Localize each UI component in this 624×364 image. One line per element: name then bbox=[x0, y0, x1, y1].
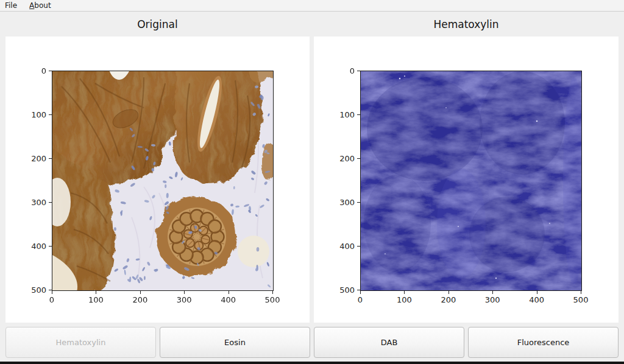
original-plot-panel: 01002003004005000100200300400500 bbox=[5, 37, 310, 323]
dab-button[interactable]: DAB bbox=[314, 327, 464, 358]
x-tick-mark bbox=[184, 291, 185, 294]
y-tick-mark bbox=[49, 202, 52, 203]
x-tick-mark bbox=[52, 291, 52, 294]
x-tick-label: 100 bbox=[397, 295, 412, 304]
x-tick-label: 200 bbox=[132, 295, 147, 304]
original-panel-title: Original bbox=[5, 18, 310, 33]
x-tick-label: 0 bbox=[49, 295, 54, 304]
y-tick-label: 500 bbox=[314, 285, 355, 295]
x-tick-label: 400 bbox=[529, 295, 544, 304]
y-tick-mark bbox=[49, 114, 52, 115]
x-tick-label: 0 bbox=[358, 295, 363, 304]
x-tick-mark bbox=[272, 291, 273, 294]
x-tick-label: 100 bbox=[88, 295, 104, 304]
y-tick-mark bbox=[49, 71, 52, 71]
x-tick-label: 500 bbox=[573, 295, 589, 304]
x-tick-mark bbox=[96, 291, 96, 294]
fluorescence-button[interactable]: Fluorescence bbox=[468, 327, 619, 358]
y-tick-label: 0 bbox=[5, 66, 46, 75]
x-tick-label: 500 bbox=[265, 295, 280, 304]
x-tick-mark bbox=[140, 291, 141, 294]
menu-file[interactable]: File bbox=[5, 1, 17, 10]
x-tick-mark bbox=[404, 291, 405, 294]
y-tick-mark bbox=[357, 71, 360, 71]
x-tick-mark bbox=[492, 291, 493, 294]
y-tick-mark bbox=[357, 246, 360, 247]
bottom-gland bbox=[157, 197, 237, 277]
y-tick-mark bbox=[357, 158, 360, 159]
x-tick-mark bbox=[448, 291, 449, 294]
hematoxylin-panel-title: Hematoxylin bbox=[314, 18, 619, 33]
y-tick-label: 200 bbox=[5, 154, 46, 163]
x-tick-label: 200 bbox=[441, 295, 456, 304]
original-image bbox=[52, 71, 274, 291]
y-tick-label: 300 bbox=[5, 198, 46, 207]
hematoxylin-image-svg bbox=[361, 71, 581, 290]
y-tick-label: 500 bbox=[5, 285, 46, 295]
menu-about[interactable]: About bbox=[29, 1, 51, 10]
y-tick-mark bbox=[357, 202, 360, 203]
y-tick-label: 0 bbox=[314, 66, 355, 75]
x-tick-label: 400 bbox=[221, 295, 236, 304]
pale-blob bbox=[238, 236, 269, 267]
y-tick-label: 100 bbox=[5, 110, 46, 119]
y-tick-mark bbox=[49, 246, 52, 247]
hematoxylin-button[interactable]: Hematoxylin bbox=[5, 327, 156, 358]
y-tick-label: 100 bbox=[314, 110, 355, 119]
y-tick-mark bbox=[357, 290, 360, 290]
y-tick-label: 200 bbox=[314, 154, 355, 163]
x-tick-label: 300 bbox=[177, 295, 192, 304]
y-tick-label: 300 bbox=[314, 198, 355, 207]
original-image-svg bbox=[52, 71, 273, 290]
y-tick-label: 400 bbox=[314, 242, 355, 251]
y-tick-mark bbox=[49, 290, 52, 290]
y-tick-mark bbox=[357, 114, 360, 115]
x-tick-mark bbox=[229, 291, 229, 294]
hematoxylin-image bbox=[360, 71, 582, 291]
eosin-button[interactable]: Eosin bbox=[160, 327, 310, 358]
x-tick-mark bbox=[581, 291, 581, 294]
bottom-edge-strip bbox=[0, 362, 624, 364]
y-tick-mark bbox=[49, 158, 52, 159]
hematoxylin-plot-panel: 01002003004005000100200300400500 bbox=[314, 37, 619, 323]
x-tick-mark bbox=[360, 291, 361, 294]
x-tick-label: 300 bbox=[485, 295, 500, 304]
menubar: File About bbox=[0, 0, 624, 12]
y-tick-label: 400 bbox=[5, 242, 46, 251]
x-tick-mark bbox=[537, 291, 537, 294]
